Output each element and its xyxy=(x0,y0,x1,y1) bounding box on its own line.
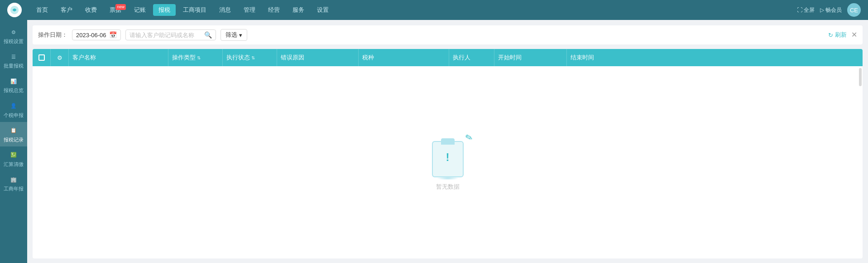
empty-state: ! ✏ 暂无数据 xyxy=(33,66,863,257)
nav-item-7[interactable]: 消息 xyxy=(214,4,236,16)
tax-person-icon: 👤 xyxy=(9,101,19,111)
search-input[interactable] xyxy=(129,32,204,39)
th-executor: 执行人 xyxy=(449,49,494,66)
nav-right: ⛶ 全屏 ▷ 畅会员 CE xyxy=(797,3,861,17)
avatar[interactable]: CE xyxy=(847,3,861,17)
nav-item-2[interactable]: 收费 xyxy=(80,4,102,16)
sort-icon-status: ⇅ xyxy=(251,55,255,60)
sidebar-label-6: 工商年报 xyxy=(4,186,24,192)
clipboard-body: ! xyxy=(432,141,464,177)
sidebar-item-0[interactable]: ⚙报税设置 xyxy=(0,24,27,48)
overview-icon: 📊 xyxy=(9,76,19,86)
refresh-label: 刷新 xyxy=(835,31,847,39)
nav-item-8[interactable]: 管理 xyxy=(238,4,261,16)
nav-item-4[interactable]: 记账 xyxy=(129,4,151,16)
th-name: 客户名称 xyxy=(69,49,168,66)
sidebar-item-5[interactable]: 💹汇算清缴 xyxy=(0,146,27,171)
gear-th: ⚙ xyxy=(51,49,69,66)
sidebar-item-3[interactable]: 👤个税申报 xyxy=(0,97,27,122)
nav-item-6[interactable]: 工商项目 xyxy=(177,4,212,16)
nav-items: 首页客户收费票据new记账报税工商项目消息管理经营服务设置 xyxy=(31,4,797,16)
calendar-icon: 📅 xyxy=(109,31,117,39)
fullscreen-button[interactable]: ⛶ 全屏 xyxy=(797,6,815,14)
fullscreen-label: 全屏 xyxy=(804,6,815,14)
sidebar-item-1[interactable]: ☰批量报税 xyxy=(0,48,27,73)
sidebar-item-6[interactable]: 🏢工商年报 xyxy=(0,171,27,195)
sidebar-label-5: 汇算清缴 xyxy=(4,161,24,167)
vip-icon: ▷ xyxy=(820,7,824,13)
th-tax-type: 税种 xyxy=(359,49,449,66)
th-end-time: 结束时间 xyxy=(567,49,630,66)
search-icon[interactable]: 🔍 xyxy=(204,31,212,39)
fullscreen-icon: ⛶ xyxy=(797,7,802,13)
table-header: ⚙ 客户名称 操作类型 ⇅ 执行状态 ⇅ 错误原因 税种 xyxy=(33,49,863,66)
nav-item-9[interactable]: 经营 xyxy=(263,4,285,16)
empty-text: 暂无数据 xyxy=(436,183,460,191)
th-type[interactable]: 操作类型 ⇅ xyxy=(168,49,223,66)
exclaim-icon: ! xyxy=(446,151,450,164)
select-all-th xyxy=(33,49,51,66)
pen-icon: ✏ xyxy=(463,131,475,144)
empty-illustration: ! ✏ xyxy=(421,132,475,177)
date-value: 2023-06-06 xyxy=(76,32,106,39)
nav-item-11[interactable]: 设置 xyxy=(312,4,334,16)
sidebar-label-2: 报税总览 xyxy=(4,88,24,93)
th-status[interactable]: 执行状态 ⇅ xyxy=(223,49,277,66)
filter-button[interactable]: 筛选 ▾ xyxy=(221,29,247,41)
sidebar-label-1: 批量报税 xyxy=(4,63,24,69)
sidebar-item-2[interactable]: 📊报税总览 xyxy=(0,73,27,97)
nav-item-1[interactable]: 客户 xyxy=(55,4,78,16)
sort-icon-type: ⇅ xyxy=(197,55,201,60)
nav-item-3[interactable]: 票据new xyxy=(104,4,127,16)
settings-icon: ⚙ xyxy=(9,27,19,37)
filter-bar: 操作日期： 2023-06-06 📅 🔍 筛选 ▾ ↻ 刷新 ✕ xyxy=(33,25,863,44)
sidebar-label-4: 报税记录 xyxy=(4,137,24,143)
nav-item-0[interactable]: 首页 xyxy=(31,4,53,16)
close-button[interactable]: ✕ xyxy=(851,31,857,39)
th-error: 错误原因 xyxy=(277,49,359,66)
annual-icon: 🏢 xyxy=(9,175,19,185)
vip-label: 畅会员 xyxy=(825,6,842,14)
date-label: 操作日期： xyxy=(38,31,67,39)
gear-icon[interactable]: ⚙ xyxy=(57,54,62,61)
th-start-time: 开始时间 xyxy=(494,49,567,66)
app-logo[interactable] xyxy=(7,3,22,17)
content-area: 操作日期： 2023-06-06 📅 🔍 筛选 ▾ ↻ 刷新 ✕ xyxy=(27,20,868,263)
avatar-text: CE xyxy=(850,7,858,14)
nav-badge-3: new xyxy=(115,4,126,10)
search-box: 🔍 xyxy=(125,29,216,40)
filter-label-text: 筛选 xyxy=(225,31,237,39)
sidebar-label-3: 个税申报 xyxy=(4,112,24,118)
nav-item-10[interactable]: 服务 xyxy=(287,4,310,16)
chevron-down-icon: ▾ xyxy=(239,32,242,39)
record-icon: 📋 xyxy=(9,126,19,136)
date-picker[interactable]: 2023-06-06 📅 xyxy=(72,29,121,40)
refresh-icon: ↻ xyxy=(828,32,833,39)
drop-shadow xyxy=(436,176,459,180)
clipboard-top xyxy=(441,138,455,145)
sidebar: ⚙报税设置☰批量报税📊报税总览👤个税申报📋报税记录💹汇算清缴🏢工商年报 xyxy=(0,20,27,263)
sidebar-item-4[interactable]: 📋报税记录 xyxy=(0,122,27,146)
refresh-button[interactable]: ↻ 刷新 xyxy=(828,31,847,39)
data-table: ⚙ 客户名称 操作类型 ⇅ 执行状态 ⇅ 错误原因 税种 xyxy=(33,49,863,258)
settle-icon: 💹 xyxy=(9,150,19,160)
top-navigation: 首页客户收费票据new记账报税工商项目消息管理经营服务设置 ⛶ 全屏 ▷ 畅会员… xyxy=(0,0,868,20)
batch-icon: ☰ xyxy=(9,52,19,62)
main-layout: ⚙报税设置☰批量报税📊报税总览👤个税申报📋报税记录💹汇算清缴🏢工商年报 操作日期… xyxy=(0,20,868,263)
vip-button[interactable]: ▷ 畅会员 xyxy=(820,6,842,14)
select-all-checkbox[interactable] xyxy=(38,54,45,61)
nav-item-5[interactable]: 报税 xyxy=(153,4,176,16)
sidebar-label-0: 报税设置 xyxy=(4,39,24,44)
scrollbar[interactable] xyxy=(859,68,862,86)
